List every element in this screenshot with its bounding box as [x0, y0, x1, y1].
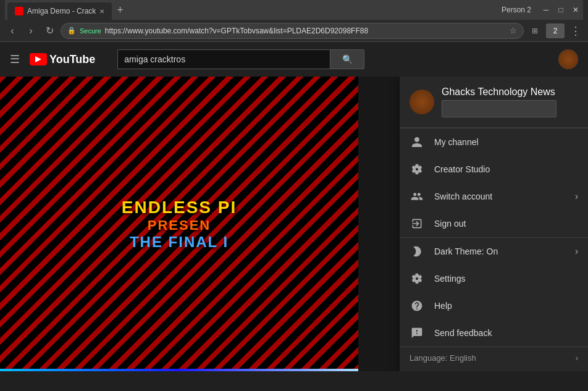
language-arrow: › — [576, 353, 578, 363]
send-feedback-icon — [410, 326, 424, 340]
menu-item-creator-studio[interactable]: Creator Studio — [400, 156, 588, 183]
tab-title: Amiga Demo - Crack — [27, 7, 96, 15]
my-channel-label: My channel — [434, 137, 578, 147]
play-icon — [35, 56, 41, 62]
youtube-header: ☰ YouTube 🔍 — [0, 42, 588, 77]
video-bottom-bar — [0, 369, 358, 371]
secure-label: Secure — [80, 27, 101, 35]
back-button[interactable]: ‹ — [5, 23, 20, 38]
menu-item-my-channel[interactable]: My channel — [400, 128, 588, 156]
main-content: ENDLESS PI PRESEN THE FINAL I Ghacks Tec… — [0, 77, 588, 371]
dark-theme-label: Dark Theme: On — [434, 246, 565, 256]
my-channel-icon — [410, 135, 424, 149]
avatar-image — [558, 49, 578, 69]
search-container: 🔍 — [117, 49, 364, 69]
dropdown-header: Ghacks Technology News — [400, 77, 588, 128]
video-line3: THE FINAL I — [122, 233, 237, 251]
more-button[interactable]: ⋮ — [568, 23, 583, 38]
minimize-button[interactable]: ─ — [539, 4, 553, 16]
dropdown-user-name: Ghacks Technology News — [442, 86, 556, 98]
new-tab-button[interactable]: + — [112, 4, 128, 17]
browser-tab[interactable]: Amiga Demo - Crack ✕ — [7, 2, 112, 20]
youtube-logo-text: YouTube — [49, 53, 95, 66]
addressbar: ‹ › ↻ 🔒 Secure https://www.youtube.com/w… — [0, 20, 588, 42]
help-icon — [410, 298, 424, 313]
dropdown-user-info: Ghacks Technology News — [442, 86, 556, 117]
youtube-logo-icon — [30, 53, 47, 65]
maximize-button[interactable]: □ — [553, 4, 568, 16]
extensions-button[interactable]: ⊞ — [527, 23, 542, 38]
user-dropdown-menu: Ghacks Technology News My channel Creato… — [400, 77, 588, 371]
dark-theme-icon — [410, 244, 424, 259]
reload-button[interactable]: ↻ — [42, 23, 57, 38]
creator-studio-label: Creator Studio — [434, 164, 578, 174]
settings-label: Settings — [434, 274, 578, 284]
search-input[interactable] — [117, 49, 330, 69]
help-label: Help — [434, 301, 578, 311]
language-label: Language: English — [410, 353, 476, 363]
footer-item-content-location[interactable]: Content location: United States › — [400, 369, 588, 371]
header-right — [558, 49, 578, 69]
youtube-logo[interactable]: YouTube — [30, 53, 95, 66]
secure-icon: 🔒 — [67, 27, 76, 35]
sign-out-label: Sign out — [434, 219, 578, 229]
switch-account-arrow: › — [575, 191, 578, 202]
video-frame: ENDLESS PI PRESEN THE FINAL I — [0, 77, 358, 371]
dark-theme-arrow: › — [575, 246, 578, 257]
menu-item-switch-account[interactable]: Switch account › — [400, 183, 588, 210]
url-text: https://www.youtube.com/watch?v=GPTkTobv… — [105, 27, 506, 35]
tab-favicon — [15, 7, 23, 15]
creator-studio-icon — [410, 162, 424, 177]
settings-icon — [410, 271, 424, 286]
url-bar[interactable]: 🔒 Secure https://www.youtube.com/watch?v… — [61, 23, 524, 39]
search-button[interactable]: 🔍 — [330, 49, 364, 69]
video-line1: ENDLESS PI — [122, 198, 237, 217]
user-avatar[interactable] — [558, 49, 578, 69]
titlebar: Amiga Demo - Crack ✕ + Person 2 ─ □ ✕ — [0, 0, 588, 20]
menu-item-settings[interactable]: Settings — [400, 265, 588, 292]
menu-item-dark-theme[interactable]: Dark Theme: On › — [400, 238, 588, 265]
send-feedback-label: Send feedback — [434, 328, 578, 338]
dropdown-avatar — [410, 90, 434, 114]
footer-item-language[interactable]: Language: English › — [400, 347, 588, 369]
sign-out-icon — [410, 216, 424, 231]
menu-item-help[interactable]: Help — [400, 292, 588, 319]
menu-item-send-feedback[interactable]: Send feedback — [400, 319, 588, 347]
hamburger-icon[interactable]: ☰ — [10, 53, 20, 66]
menu-item-sign-out[interactable]: Sign out — [400, 210, 588, 237]
star-icon[interactable]: ☆ — [510, 26, 517, 35]
video-line2: PRESEN — [122, 217, 237, 233]
switch-account-icon — [410, 189, 424, 204]
video-player[interactable]: ENDLESS PI PRESEN THE FINAL I — [0, 77, 358, 371]
tab-close-icon[interactable]: ✕ — [99, 8, 104, 15]
profile-button[interactable]: 2 — [546, 23, 565, 38]
video-text: ENDLESS PI PRESEN THE FINAL I — [122, 198, 237, 251]
person-label: Person 2 — [502, 6, 531, 14]
dropdown-user-input[interactable] — [442, 100, 556, 117]
url-actions: ☆ — [510, 26, 517, 35]
switch-account-label: Switch account — [434, 191, 565, 201]
forward-button[interactable]: › — [23, 23, 38, 38]
close-button[interactable]: ✕ — [568, 4, 583, 16]
